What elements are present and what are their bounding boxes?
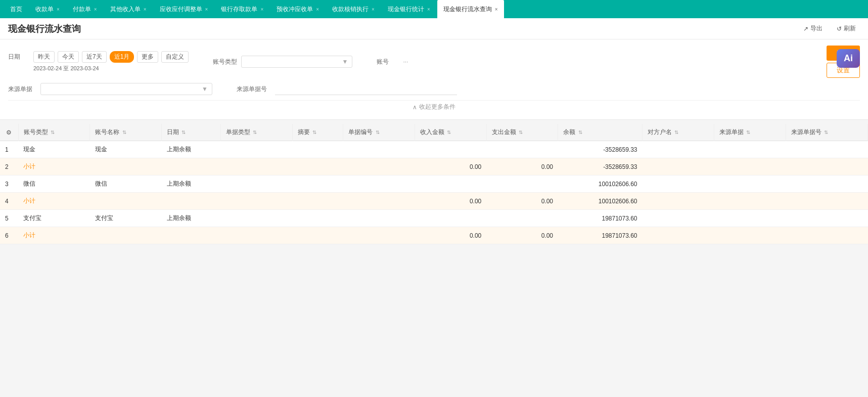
table-cell <box>714 210 786 227</box>
sort-icon[interactable]: ⇅ <box>447 129 451 135</box>
table-cell: 0.00 <box>486 158 558 175</box>
table-cell <box>343 210 415 227</box>
account-label: 账号 <box>377 58 397 66</box>
table-cell: 0.00 <box>415 158 486 175</box>
date-btn-yesterday[interactable]: 昨天 <box>33 51 55 63</box>
close-icon[interactable]: × <box>316 7 319 12</box>
top-nav: 首页 收款单 × 付款单 × 其他收入单 × 应收应付调整单 × 银行存取款单 … <box>0 0 868 18</box>
table-cell: 5 <box>0 210 18 227</box>
nav-tab-6[interactable]: 收款核销执行 × <box>326 0 381 18</box>
table-cell: 上期余额 <box>162 141 221 158</box>
table-cell: 现金 <box>18 141 90 158</box>
sort-icon[interactable]: ⇅ <box>122 129 126 135</box>
table-cell: 0.00 <box>486 227 558 244</box>
table-cell <box>643 227 714 244</box>
sort-icon[interactable]: ⇅ <box>51 129 55 135</box>
sort-icon[interactable]: ⇅ <box>519 129 523 135</box>
table-cell: 上期余额 <box>162 175 221 193</box>
nav-tab-8[interactable]: 现金银行流水查询 × <box>437 0 504 18</box>
date-options: 昨天 今天 近7天 近1月 更多 自定义 <box>33 51 189 63</box>
close-icon[interactable]: × <box>495 7 498 12</box>
close-icon[interactable]: × <box>57 7 60 12</box>
close-icon[interactable]: × <box>205 7 208 12</box>
date-btn-1month[interactable]: 近1月 <box>110 51 134 63</box>
sort-icon[interactable]: ⇅ <box>674 129 678 135</box>
page-title: 现金银行流水查询 <box>8 23 81 35</box>
date-btn-today[interactable]: 今天 <box>58 51 79 63</box>
table-cell <box>162 193 221 210</box>
table-cell <box>292 210 343 227</box>
table-cell <box>90 227 162 244</box>
sort-icon[interactable]: ⇅ <box>181 129 186 135</box>
data-table: ⚙ 账号类型 ⇅ 账号名称 ⇅ 日期 ⇅ 单据类型 ⇅ 摘 <box>0 124 868 244</box>
table-cell <box>786 141 867 158</box>
nav-tab-4[interactable]: 银行存取款单 × <box>215 0 269 18</box>
sort-icon[interactable]: ⇅ <box>578 129 582 135</box>
table-cell <box>714 175 786 193</box>
table-cell <box>415 210 486 227</box>
table-cell <box>643 141 714 158</box>
table-cell: 6 <box>0 227 18 244</box>
nav-tab-3[interactable]: 应收应付调整单 × <box>154 0 214 18</box>
collapse-bar[interactable]: ∧ 收起更多条件 <box>8 100 860 113</box>
col-doc-no: 单据编号 ⇅ <box>343 124 415 141</box>
close-icon[interactable]: × <box>260 7 263 12</box>
nav-tab-5[interactable]: 预收冲应收单 × <box>270 0 325 18</box>
nav-tab-1[interactable]: 付款单 × <box>67 0 103 18</box>
table-cell: -3528659.33 <box>558 158 643 175</box>
table-cell <box>221 210 293 227</box>
page-header: 现金银行流水查询 ↗ 导出 ↺ 刷新 <box>0 18 868 39</box>
export-button[interactable]: ↗ 导出 <box>799 22 827 35</box>
nav-tab-0[interactable]: 收款单 × <box>29 0 66 18</box>
col-source-doc-no: 来源单据号 ⇅ <box>786 124 867 141</box>
refresh-button[interactable]: ↺ 刷新 <box>833 22 860 35</box>
sort-icon[interactable]: ⇅ <box>253 129 257 135</box>
close-icon[interactable]: × <box>144 7 147 12</box>
col-expense: 支出金额 ⇅ <box>486 124 558 141</box>
nav-home[interactable]: 首页 <box>4 0 28 18</box>
table-cell <box>643 158 714 175</box>
table-cell: 100102606.60 <box>558 175 643 193</box>
table-cell: 1 <box>0 141 18 158</box>
nav-tab-7[interactable]: 现金银行统计 × <box>382 0 436 18</box>
date-btn-7days[interactable]: 近7天 <box>82 51 107 63</box>
col-gear[interactable]: ⚙ <box>0 124 18 141</box>
col-income: 收入金额 ⇅ <box>415 124 486 141</box>
close-icon[interactable]: × <box>94 7 97 12</box>
table-cell: 4 <box>0 193 18 210</box>
table-cell: 19871073.60 <box>558 210 643 227</box>
sort-icon[interactable]: ⇅ <box>376 129 380 135</box>
table-cell: 19871073.60 <box>558 227 643 244</box>
table-cell <box>415 141 486 158</box>
table-cell <box>221 158 293 175</box>
sort-icon[interactable]: ⇅ <box>312 129 316 135</box>
close-icon[interactable]: × <box>427 7 430 12</box>
nav-tab-2[interactable]: 其他收入单 × <box>104 0 153 18</box>
col-account-name: 账号名称 ⇅ <box>90 124 162 141</box>
col-counterpart: 对方户名 ⇅ <box>643 124 714 141</box>
ai-badge[interactable]: Ai <box>837 49 860 68</box>
close-icon[interactable]: × <box>372 7 375 12</box>
table-cell: 小计 <box>18 193 90 210</box>
table-cell <box>162 227 221 244</box>
table-cell <box>786 193 867 210</box>
table-cell <box>343 175 415 193</box>
sort-icon[interactable]: ⇅ <box>746 129 750 135</box>
table-cell <box>415 175 486 193</box>
table-row: 3微信微信上期余额100102606.60 <box>0 175 868 193</box>
sort-icon[interactable]: ⇅ <box>824 129 828 135</box>
filter-row-source: 来源单据 ▼ 来源单据号 <box>8 83 860 95</box>
table-row: 6小计0.000.0019871073.60 <box>0 227 868 244</box>
table-cell <box>486 175 558 193</box>
account-type-select[interactable]: ▼ <box>241 56 352 68</box>
account-more-btn[interactable]: ··· <box>401 56 410 67</box>
table-cell <box>221 141 293 158</box>
table-row: 1现金现金上期余额-3528659.33 <box>0 141 868 158</box>
source-doc-select[interactable]: ▼ <box>40 83 212 95</box>
source-doc-no-input[interactable] <box>275 83 457 95</box>
table-cell <box>221 227 293 244</box>
date-label: 日期 <box>8 53 28 61</box>
date-btn-more[interactable]: 更多 <box>137 51 158 63</box>
table-cell <box>343 227 415 244</box>
date-btn-custom[interactable]: 自定义 <box>161 51 189 63</box>
